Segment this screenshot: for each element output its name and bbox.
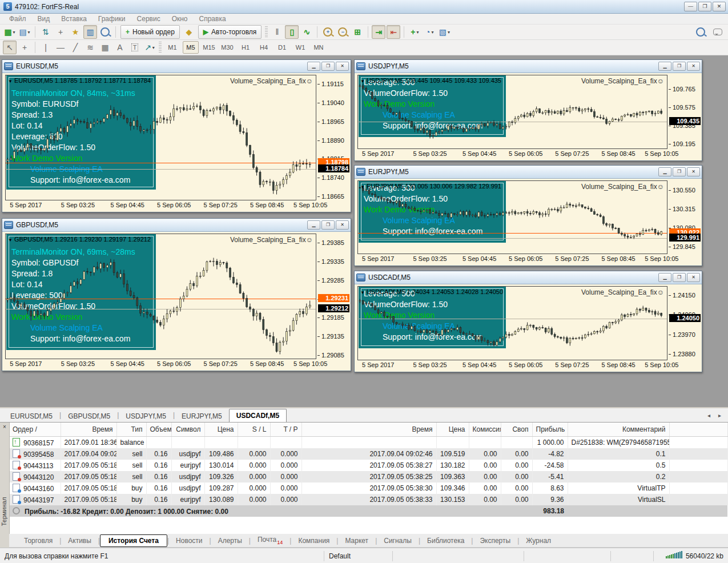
zoom-out-button[interactable]: − <box>336 25 349 39</box>
chart-close-button[interactable]: ✕ <box>687 273 700 282</box>
vline-tool-button[interactable]: | <box>39 41 53 54</box>
timeframe-H1[interactable]: H1 <box>238 41 254 54</box>
market-watch-button[interactable]: ⇅ <box>39 25 53 39</box>
timeframe-M5[interactable]: M5 <box>183 41 199 54</box>
fibonacci-tool-button[interactable]: ≋ <box>83 41 97 54</box>
status-profile[interactable]: Default <box>324 551 393 561</box>
new-chart-button[interactable]: ▦▾ <box>3 25 17 39</box>
chart-titlebar[interactable]: GBPUSDf,M5▁❐✕ <box>2 219 351 232</box>
timeframe-W1[interactable]: W1 <box>292 41 308 54</box>
strategy-tester-button[interactable] <box>98 25 112 39</box>
arrows-tool-button[interactable]: ↗▾ <box>143 41 156 54</box>
column-header-T / P[interactable]: T / P <box>270 423 301 437</box>
terminal-tab-История Счета[interactable]: История Счета <box>100 534 167 547</box>
menu-item-Графики[interactable]: Графики <box>92 14 131 24</box>
chart-restore-button[interactable]: ❐ <box>673 62 686 71</box>
search-icon[interactable] <box>696 27 705 37</box>
chart-tab-EURUSDf,M5[interactable]: EURUSDf,M5 <box>3 411 59 422</box>
history-row-90368157[interactable]: 903681572017.09.01 18:36:29balance1 000.… <box>9 437 727 449</box>
chart-tab-GBPUSDf,M5[interactable]: GBPUSDf,M5 <box>61 411 117 422</box>
terminal-close-icon[interactable]: × <box>1 424 8 431</box>
timeframe-M1[interactable]: M1 <box>164 41 180 54</box>
chart-titlebar[interactable]: USDCADf,M5▁❐✕ <box>355 271 702 284</box>
column-header-Цена[interactable]: Цена <box>204 423 238 437</box>
chart-restore-button[interactable]: ❐ <box>321 220 335 230</box>
price-scale[interactable]: 1.293851.293351.292851.292351.291851.291… <box>317 234 351 358</box>
menu-item-Справка[interactable]: Справка <box>194 14 232 24</box>
data-window-button[interactable]: + <box>54 25 67 39</box>
indicators-button[interactable]: +▾ <box>408 25 421 39</box>
navigator-button[interactable]: ★ <box>69 25 82 39</box>
terminal-button[interactable]: ▥ <box>83 25 97 39</box>
terminal-tab-Сигналы[interactable]: Сигналы <box>377 535 419 546</box>
chart-plot[interactable]: Leverage: 500VolumeOrderFlow: 1.50Work D… <box>357 180 667 254</box>
tab-scroll-left-icon[interactable]: ◂ <box>707 412 710 419</box>
history-row-90443197[interactable]: 904431972017.09.05 05:18:24buy0.16eurjpy… <box>9 494 727 505</box>
history-row-90443160[interactable]: 904431602017.09.05 05:18:22buy0.16usdjpy… <box>9 482 727 494</box>
grid-tool-button[interactable]: ▦ <box>98 41 112 54</box>
terminal-tab-Почта[interactable]: Почта14 <box>251 534 289 546</box>
time-axis[interactable]: 5 Sep 20175 Sep 03:255 Sep 04:455 Sep 06… <box>357 150 666 158</box>
crosshair-tool-button[interactable]: + <box>18 41 31 54</box>
chart-plot[interactable]: Leverage: 500VolumeOrderFlow: 1.50Work D… <box>357 286 667 360</box>
column-header-Цена[interactable]: Цена <box>436 423 469 437</box>
timeframe-MN[interactable]: MN <box>311 41 327 54</box>
menu-item-Вставка[interactable]: Вставка <box>55 14 92 24</box>
new-order-button[interactable]: + Новый ордер <box>120 25 180 39</box>
terminal-tab-Новости[interactable]: Новости <box>169 535 209 546</box>
tab-scroll-right-icon[interactable]: ▸ <box>718 412 721 419</box>
chart-shift-button[interactable]: ⇤ <box>387 25 400 39</box>
menu-item-Окно[interactable]: Окно <box>166 14 194 24</box>
chart-tab-USDCADf,M5[interactable]: USDCADf,M5 <box>229 409 287 422</box>
time-axis[interactable]: 5 Sep 20175 Sep 03:255 Sep 04:455 Sep 06… <box>357 255 666 263</box>
history-row-90443120[interactable]: 904431202017.09.05 05:18:21sell0.16usdjp… <box>9 471 727 482</box>
cursor-tool-button[interactable]: ↖ <box>3 41 17 54</box>
chart-minimize-button[interactable]: ▁ <box>658 273 671 282</box>
chart-close-button[interactable]: ✕ <box>687 62 700 71</box>
chart-titlebar[interactable]: EURUSDf,M5▁❐✕ <box>2 60 351 73</box>
price-scale[interactable]: 1.241501.240601.239701.238801.24050 <box>669 286 702 359</box>
auto-trading-button[interactable]: ▶ Авто-торговля <box>198 25 262 39</box>
chart-tab-EURJPYf,M5[interactable]: EURJPYf,M5 <box>175 411 229 422</box>
candlestick-button[interactable]: ▯ <box>285 25 299 39</box>
chart-restore-button[interactable]: ❐ <box>673 273 686 282</box>
column-header-Объем[interactable]: Объем <box>146 423 171 437</box>
bar-chart-button[interactable]: ‖ <box>270 25 284 39</box>
column-header-Символ[interactable]: Символ <box>171 423 204 437</box>
terminal-tab-Эксперты[interactable]: Эксперты <box>473 535 517 546</box>
text-tool-button[interactable]: A <box>113 41 127 54</box>
terminal-tab-Журнал[interactable]: Журнал <box>519 535 558 546</box>
chart-close-button[interactable]: ✕ <box>687 167 700 176</box>
price-scale[interactable]: 130.550130.315130.080129.845130.022129.9… <box>669 180 702 253</box>
chart-close-button[interactable]: ✕ <box>336 62 349 71</box>
time-axis[interactable]: 5 Sep 20175 Sep 03:255 Sep 04:455 Sep 06… <box>5 201 315 210</box>
chart-restore-button[interactable]: ❐ <box>673 167 686 176</box>
timeframe-D1[interactable]: D1 <box>274 41 290 54</box>
chart-minimize-button[interactable]: ▁ <box>658 167 671 176</box>
time-axis[interactable]: 5 Sep 20175 Sep 03:255 Sep 04:455 Sep 06… <box>5 360 315 368</box>
chart-minimize-button[interactable]: ▁ <box>307 220 320 230</box>
minimize-button[interactable]: — <box>684 2 697 11</box>
terminal-tab-Активы[interactable]: Активы <box>61 535 98 546</box>
chat-icon[interactable] <box>713 29 722 35</box>
chart-titlebar[interactable]: EURJPYf,M5▁❐✕ <box>355 166 702 179</box>
timeframe-M15[interactable]: M15 <box>201 41 217 54</box>
eraser-button[interactable]: ◆ <box>182 25 196 39</box>
column-header-Время[interactable]: Время <box>301 423 436 437</box>
column-header-Своп[interactable]: Своп <box>501 423 532 437</box>
menu-item-Вид[interactable]: Вид <box>32 14 56 24</box>
history-row-90395458[interactable]: 903954582017.09.04 09:02:45sell0.16usdjp… <box>9 448 727 460</box>
terminal-tab-Библиотека[interactable]: Библиотека <box>420 535 471 546</box>
close-button[interactable]: ✕ <box>713 2 726 11</box>
restore-button[interactable]: ❐ <box>698 2 711 11</box>
line-chart-button[interactable]: ∿ <box>300 25 313 39</box>
chart-minimize-button[interactable]: ▁ <box>307 62 320 71</box>
auto-scroll-button[interactable]: ⇥ <box>372 25 385 39</box>
chart-plot[interactable]: Leverage: 500VolumeOrderFlow: 1.50Work D… <box>357 75 667 149</box>
column-header-Время[interactable]: Время <box>61 423 116 437</box>
terminal-tab-Торговля[interactable]: Торговля <box>17 535 59 546</box>
price-scale[interactable]: 109.765109.575109.385109.195109.435 <box>669 75 702 148</box>
column-header-Тип[interactable]: Тип <box>116 423 146 437</box>
column-header-S / L[interactable]: S / L <box>238 423 270 437</box>
periods-button[interactable]: ◔▾ <box>423 25 436 39</box>
